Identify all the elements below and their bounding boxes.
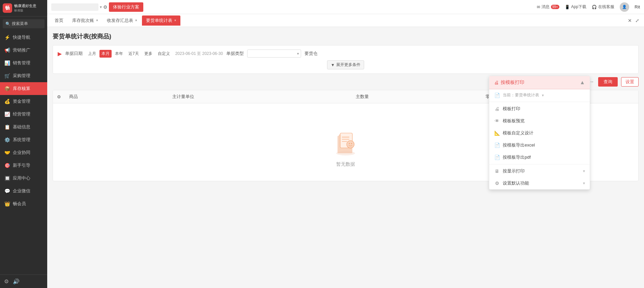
print-dropdown-header: 🖨 按模板打印 ▲ <box>489 76 590 89</box>
filter-row: ▶ 单据日期 上月 本月 本年 近7天 更多 自定义 2023-06-01 至 … <box>58 50 634 58</box>
sidebar-item-sales[interactable]: 📊 销售管理 <box>0 57 47 69</box>
date-range-display: 2023-06-01 至 2023-06-30 <box>175 51 223 57</box>
date-prev-month[interactable]: 上月 <box>86 50 98 58</box>
messages-button[interactable]: ✉ 消息 99+ <box>537 4 559 10</box>
type-label: 单据类型 <box>226 51 244 57</box>
nav-dropdown-button[interactable]: ▾ <box>100 5 102 9</box>
date-more[interactable]: 更多 <box>142 50 154 58</box>
sidebar-item-member[interactable]: 👑 畅会员 <box>0 197 47 210</box>
template-custom-icon: 📐 <box>494 130 500 136</box>
print-current-template[interactable]: 📄 当前：要货单统计表 ▾ <box>489 89 590 101</box>
app-download-button[interactable]: 📱 App下载 <box>565 4 586 10</box>
set-default-icon: ⚙ <box>494 181 500 186</box>
table-header-goods: 商品 <box>65 90 168 103</box>
search-menu-button[interactable]: 🔍 搜索菜单 <box>3 19 45 28</box>
tab-inventory-batch[interactable]: 库存批次账 × <box>68 15 102 26</box>
sidebar-item-guide[interactable]: 🎯 新手引导 <box>0 159 47 172</box>
date-current-month[interactable]: 本月 <box>99 50 112 58</box>
display-print-icon: 🖥 <box>494 168 500 174</box>
inventory-icon: 📦 <box>4 86 10 91</box>
query-button[interactable]: 查询 <box>598 77 618 87</box>
tab-close-receipts-summary[interactable]: × <box>135 19 137 22</box>
template-export-excel-item[interactable]: 📄 按模板导出excel <box>489 139 590 151</box>
app-center-icon: 🔲 <box>4 175 10 181</box>
sidebar-item-system[interactable]: ⚙️ 系统管理 <box>0 133 47 146</box>
template-export-excel-icon: 📄 <box>494 142 500 148</box>
sidebar-item-marketing[interactable]: 📢 营销推广 <box>0 44 47 57</box>
trial-button[interactable]: 体验行业方案 <box>109 2 143 12</box>
sidebar-item-enterprise[interactable]: 🤝 企业协同 <box>0 146 47 159</box>
sidebar-item-finance[interactable]: 💰 资金管理 <box>0 95 47 108</box>
basic-icon: 📋 <box>4 124 10 130</box>
finance-icon: 💰 <box>4 99 10 104</box>
header-settings-button[interactable]: ⚙ <box>103 4 108 10</box>
sidebar-item-operations[interactable]: 📈 经营管理 <box>0 108 47 121</box>
sidebar-search-area: 🔍 搜索菜单 <box>0 17 47 31</box>
sidebar-item-quick-nav[interactable]: ⚡ 快捷导航 <box>0 31 47 44</box>
date-current-year[interactable]: 本年 <box>113 50 125 58</box>
sidebar-item-basic[interactable]: 📋 基础信息 <box>0 121 47 133</box>
tab-receipts-summary[interactable]: 收发存汇总表 × <box>103 15 141 26</box>
svg-point-8 <box>349 143 350 144</box>
table-header-gear: ⚙ <box>53 90 65 103</box>
template-custom-item[interactable]: 📐 模板自定义设计 <box>489 127 590 139</box>
expand-more-conditions-button[interactable]: ▼ 展开更多条件 <box>327 60 364 69</box>
page-content: 要货单统计表(按商品) ▶ 单据日期 上月 本月 本年 近7天 更多 自定义 2… <box>47 27 644 288</box>
logo-badge: 标准版 <box>14 8 36 13</box>
template-preview-item[interactable]: 👁 模板板预览 <box>489 115 590 127</box>
current-template-label: 当前：要货单统计表 <box>503 92 539 98</box>
user-avatar[interactable]: 👤 <box>620 2 629 12</box>
tab-close-all-button[interactable]: ✕ <box>626 17 633 25</box>
divider-2 <box>489 164 590 164</box>
enterprise-icon: 🤝 <box>4 150 10 155</box>
breadcrumb-area: ▾ ⚙ 体验行业方案 <box>51 2 534 12</box>
goods-label: 要货仓 <box>304 51 318 57</box>
user-name: Rit <box>635 4 640 9</box>
date-custom[interactable]: 自定义 <box>156 50 172 58</box>
sidebar-item-inventory[interactable]: 📦 库存核算 <box>0 82 47 95</box>
set-default-item[interactable]: ⚙ 设置默认功能 ▾ <box>489 177 590 189</box>
print-dropdown-close[interactable]: ▲ <box>580 79 585 86</box>
table-header-unit: 主计量单位 <box>168 90 352 103</box>
filter-collapse-button[interactable]: ▶ <box>58 51 62 57</box>
svg-point-7 <box>347 140 354 148</box>
date-7days[interactable]: 近7天 <box>126 50 141 58</box>
online-service-button[interactable]: 🎧 在线客服 <box>592 4 614 10</box>
display-print-item[interactable]: 🖥 按显示打印 ▾ <box>489 165 590 177</box>
print-dropdown-title: 按模板打印 <box>501 79 524 86</box>
marketing-icon: 📢 <box>4 47 10 53</box>
filter-bar: ▶ 单据日期 上月 本月 本年 近7天 更多 自定义 2023-06-01 至 … <box>53 45 639 74</box>
type-select-wrapper <box>247 50 301 58</box>
audio-footer-icon[interactable]: 🔊 <box>13 278 20 285</box>
display-print-arrow: ▾ <box>583 169 585 173</box>
guide-icon: 🎯 <box>4 163 10 168</box>
sidebar-item-enterprise-wechat[interactable]: 💬 企业微信 <box>0 185 47 197</box>
template-print-icon: 🖨 <box>494 106 500 111</box>
sidebar-logo: 畅 畅康通好生意 标准版 <box>0 0 47 17</box>
tab-close-order-stats[interactable]: × <box>174 19 176 22</box>
settings-action-button[interactable]: 设置 <box>621 77 639 87</box>
system-icon: ⚙️ <box>4 137 10 142</box>
settings-footer-icon[interactable]: ⚙ <box>4 278 9 285</box>
member-icon: 👑 <box>4 201 10 206</box>
message-icon: ✉ <box>537 5 540 9</box>
messages-badge: 99+ <box>551 5 559 9</box>
logo-title: 畅康通好生意 <box>14 3 36 8</box>
collapse-icon: ▶ <box>58 51 62 57</box>
tab-close-inventory-batch[interactable]: × <box>96 19 98 22</box>
tab-order-stats[interactable]: 要货单统计表 × <box>142 15 180 26</box>
sidebar-item-purchase[interactable]: 🛒 采购管理 <box>0 69 47 82</box>
sales-icon: 📊 <box>4 60 10 66</box>
tab-home[interactable]: 首页 <box>51 15 67 26</box>
nav-search-input[interactable] <box>51 3 98 11</box>
service-icon: 🎧 <box>592 5 597 9</box>
expand-row: ▼ 展开更多条件 <box>58 60 634 69</box>
template-export-pdf-item[interactable]: 📄 按模板导出pdf <box>489 151 590 163</box>
date-label: 单据日期 <box>65 51 83 57</box>
tab-bar: 首页 库存批次账 × 收发存汇总表 × 要货单统计表 × ✕ ⤢ <box>47 14 644 27</box>
current-template-arrow: ▾ <box>542 93 544 98</box>
template-print-item[interactable]: 🖨 模板打印 <box>489 103 590 115</box>
sidebar-item-app-center[interactable]: 🔲 应用中心 <box>0 172 47 185</box>
type-select[interactable] <box>247 50 301 58</box>
tab-expand-button[interactable]: ⤢ <box>634 17 641 25</box>
